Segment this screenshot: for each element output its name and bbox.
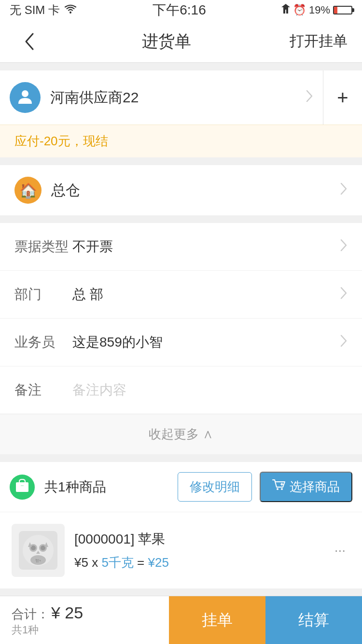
- product-item: 智+ [0000001] 苹果 ¥5 x 5千克 = ¥25 ···: [0, 512, 362, 589]
- product-price: ¥5 x 5千克 = ¥25: [74, 554, 330, 571]
- svg-point-5: [281, 488, 283, 490]
- department-chevron-icon: [340, 286, 348, 303]
- salesperson-value: 这是859的小智: [72, 333, 340, 351]
- checkout-button[interactable]: 结算: [265, 596, 362, 644]
- product-thumb-inner: 智+: [19, 531, 57, 570]
- bottom-bar: 合计： ¥ 25 共1种 挂单 结算: [0, 596, 362, 644]
- supplier-selector[interactable]: 河南供应商22: [0, 70, 323, 125]
- department-row[interactable]: 部门 总 部: [0, 271, 362, 319]
- quantity: 5千克: [101, 555, 133, 570]
- section-gap-2: [0, 157, 362, 165]
- remark-row[interactable]: 备注 备注内容: [0, 366, 362, 414]
- invoice-type-row[interactable]: 票据类型 不开票: [0, 223, 362, 271]
- page-title: 进货单: [142, 30, 191, 53]
- product-title: 苹果: [138, 532, 165, 546]
- warehouse-selector[interactable]: 🏠 总仓: [0, 165, 362, 215]
- supplier-name: 河南供应商22: [50, 88, 306, 108]
- supplier-avatar: [10, 82, 41, 113]
- product-thumbnail: 智+: [12, 524, 65, 577]
- total-amount: ¥ 25: [51, 603, 83, 622]
- cart-icon: [272, 479, 286, 494]
- status-time: 下午6:16: [153, 1, 206, 19]
- notice-text: 应付-20元，现结: [14, 134, 108, 148]
- collapse-text: 收起更多 ∧: [149, 426, 213, 443]
- products-header: 共1种商品 修改明细 选择商品: [0, 462, 362, 512]
- carrier-label: 无 SIM 卡: [10, 2, 60, 18]
- add-supplier-button[interactable]: +: [323, 70, 362, 125]
- svg-point-4: [277, 488, 278, 490]
- warehouse-name: 总仓: [51, 181, 340, 200]
- warehouse-chevron-icon: [340, 182, 348, 199]
- product-info: [0000001] 苹果 ¥5 x 5千克 = ¥25: [74, 530, 330, 571]
- section-gap-4: [0, 454, 362, 462]
- supplier-section: 河南供应商22 +: [0, 70, 362, 125]
- pending-button[interactable]: 挂单: [169, 596, 265, 644]
- svg-point-11: [31, 546, 36, 550]
- department-label: 部门: [14, 285, 72, 304]
- salesperson-chevron-icon: [340, 334, 348, 351]
- department-value: 总 部: [72, 285, 340, 304]
- products-count-label: 共1种商品: [44, 478, 178, 496]
- select-products-button[interactable]: 选择商品: [260, 472, 352, 502]
- warehouse-icon: 🏠: [19, 182, 37, 199]
- svg-point-1: [22, 90, 28, 97]
- plus-icon: +: [337, 87, 348, 109]
- notice-bar: 应付-20元，现结: [0, 125, 362, 157]
- salesperson-row[interactable]: 业务员 这是859的小智: [0, 319, 362, 366]
- total-section: 合计： ¥ 25 共1种: [0, 596, 169, 644]
- form-section: 票据类型 不开票 部门 总 部 业务员 这是859的小智 备注 备注内容: [0, 223, 362, 414]
- svg-point-12: [41, 546, 45, 550]
- unit-price: ¥5: [74, 555, 88, 570]
- select-products-label: 选择商品: [290, 478, 340, 495]
- remark-placeholder: 备注内容: [72, 381, 348, 399]
- collapse-button[interactable]: 收起更多 ∧: [0, 414, 362, 454]
- wifi-icon: [64, 3, 77, 17]
- salesperson-label: 业务员: [14, 333, 72, 351]
- products-icon-wrap: [10, 475, 35, 500]
- svg-point-0: [70, 12, 71, 14]
- equals-sign: =: [137, 555, 148, 570]
- battery-icon: [333, 6, 352, 14]
- section-gap-3: [0, 215, 362, 223]
- invoice-type-value: 不开票: [72, 238, 340, 256]
- alarm-icon: ⏰: [293, 4, 306, 16]
- svg-rect-2: [16, 482, 28, 492]
- product-more-button[interactable]: ···: [330, 538, 350, 563]
- supplier-chevron-icon: [306, 89, 313, 106]
- product-name: [0000001] 苹果: [74, 530, 330, 548]
- product-code: [0000001]: [74, 532, 135, 546]
- products-bag-icon: [15, 478, 29, 495]
- subtotal: ¥25: [148, 555, 169, 570]
- total-count: 共1种: [12, 623, 157, 637]
- pending-label: 挂单: [202, 610, 233, 631]
- remark-label: 备注: [14, 381, 72, 399]
- open-pending-button[interactable]: 打开挂单: [290, 31, 348, 51]
- invoice-chevron-icon: [340, 238, 348, 255]
- avatar-icon: [16, 87, 34, 108]
- section-gap-1: [0, 63, 362, 70]
- back-button[interactable]: [14, 27, 43, 56]
- checkout-label: 结算: [298, 610, 329, 631]
- status-left: 无 SIM 卡: [10, 2, 77, 18]
- total-label: 合计：: [12, 606, 49, 623]
- warehouse-icon-wrap: 🏠: [14, 177, 42, 204]
- location-icon: [281, 4, 290, 16]
- invoice-type-label: 票据类型: [14, 238, 72, 256]
- svg-text:智+: 智+: [35, 559, 42, 563]
- multiply-sign: x: [92, 555, 101, 570]
- nav-bar: 进货单 打开挂单: [0, 20, 362, 63]
- modify-detail-button[interactable]: 修改明细: [178, 472, 252, 502]
- status-right: ⏰ 19%: [281, 4, 352, 16]
- status-bar: 无 SIM 卡 下午6:16 ⏰ 19%: [0, 0, 362, 20]
- battery-percent: 19%: [309, 4, 330, 16]
